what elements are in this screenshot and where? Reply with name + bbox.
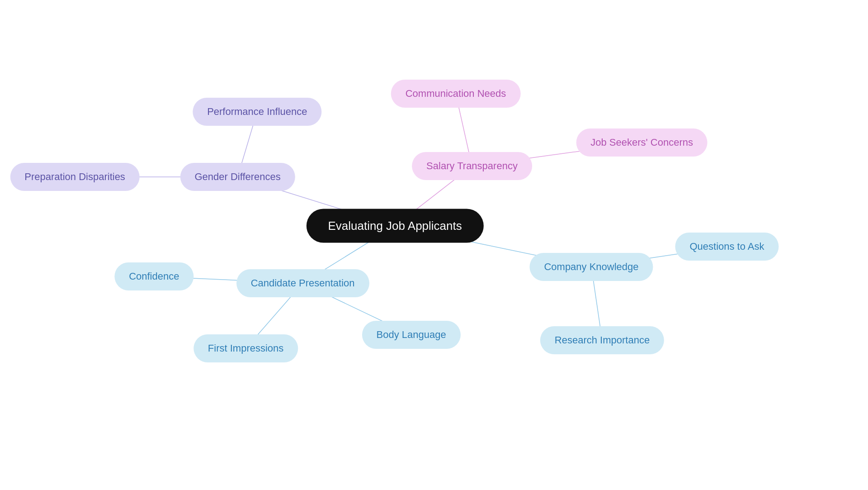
node-job_seekers_concerns[interactable]: Job Seekers' Concerns — [576, 128, 708, 157]
node-confidence[interactable]: Confidence — [114, 262, 193, 290]
node-first_impressions[interactable]: First Impressions — [193, 334, 298, 362]
node-preparation_disparities[interactable]: Preparation Disparities — [10, 163, 140, 191]
node-gender_differences[interactable]: Gender Differences — [180, 163, 295, 191]
node-center[interactable]: Evaluating Job Applicants — [306, 209, 483, 243]
node-body_language[interactable]: Body Language — [362, 321, 461, 349]
node-research_importance[interactable]: Research Importance — [540, 326, 664, 354]
node-company_knowledge[interactable]: Company Knowledge — [529, 253, 653, 281]
node-salary_transparency[interactable]: Salary Transparency — [412, 152, 532, 180]
mind-map-container: Evaluating Job ApplicantsGender Differen… — [0, 0, 868, 490]
node-candidate_presentation[interactable]: Candidate Presentation — [236, 269, 369, 297]
node-questions_to_ask[interactable]: Questions to Ask — [675, 233, 778, 261]
node-communication_needs[interactable]: Communication Needs — [391, 80, 521, 108]
node-performance_influence[interactable]: Performance Influence — [193, 98, 321, 126]
